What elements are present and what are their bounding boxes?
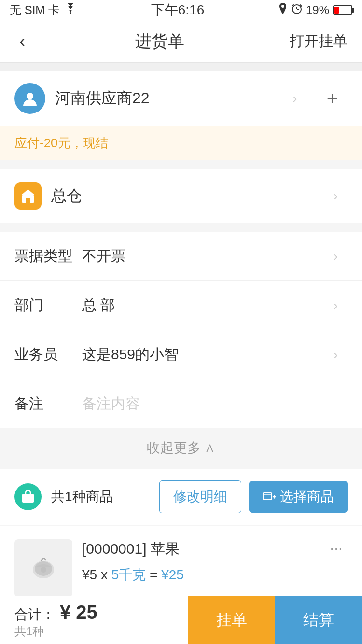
- select-product-label: 选择商品: [280, 488, 334, 506]
- select-product-button[interactable]: 选择商品: [249, 481, 348, 513]
- collapse-label: 收起更多 ∧: [147, 439, 216, 457]
- status-right: 19%: [278, 3, 352, 17]
- products-count: 共1种商品: [51, 488, 159, 506]
- page-title: 进货单: [135, 30, 184, 53]
- alarm-icon: [292, 3, 302, 17]
- battery-percent: 19%: [306, 3, 329, 17]
- products-icon: [14, 483, 42, 510]
- status-left: 无 SIM 卡: [10, 2, 77, 18]
- total-count: 共1种: [14, 624, 174, 639]
- product-id: [0000001]: [82, 541, 151, 557]
- supplier-chevron-icon: ›: [292, 91, 297, 106]
- section-divider-1: [0, 63, 362, 71]
- total-label: 合计：: [14, 605, 55, 624]
- warehouse-section: 总仓 ›: [0, 169, 362, 223]
- warehouse-name: 总仓: [51, 185, 334, 207]
- svg-marker-6: [21, 189, 35, 195]
- remark-input[interactable]: 备注内容: [82, 394, 348, 414]
- checkout-button[interactable]: 结算: [275, 596, 362, 644]
- supplier-row[interactable]: 河南供应商22 › +: [0, 71, 362, 126]
- product-name: [0000001] 苹果: [82, 539, 325, 559]
- supplier-avatar: [14, 83, 45, 114]
- add-supplier-button[interactable]: +: [317, 88, 348, 110]
- status-bar: 无 SIM 卡 下午6:16 19%: [0, 0, 362, 20]
- salesperson-value: 这是859的小智: [82, 345, 334, 364]
- svg-rect-9: [263, 493, 272, 500]
- nav-bar: ‹ 进货单 打开挂单: [0, 20, 362, 63]
- carrier-text: 无 SIM 卡: [10, 2, 60, 18]
- supplier-name: 河南供应商22: [55, 88, 292, 109]
- department-chevron-icon: ›: [334, 298, 338, 313]
- product-quantity: 5千克: [111, 567, 146, 582]
- invoice-type-row[interactable]: 票据类型 不开票 ›: [0, 232, 362, 281]
- product-info: [0000001] 苹果 ¥5 x 5千克 = ¥25: [82, 539, 325, 584]
- department-row[interactable]: 部门 总 部 ›: [0, 281, 362, 330]
- warehouse-icon: [14, 182, 42, 210]
- svg-point-15: [41, 567, 46, 573]
- bottom-bar: 合计： ¥ 25 共1种 挂单 结算: [0, 596, 362, 644]
- invoice-type-value: 不开票: [82, 246, 334, 266]
- remark-row[interactable]: 备注 备注内容: [0, 379, 362, 428]
- supplier-section: 河南供应商22 › + 应付-20元，现结: [0, 71, 362, 160]
- products-header: 共1种商品 修改明细 选择商品: [0, 469, 362, 525]
- product-total: ¥25: [161, 567, 184, 582]
- invoice-type-label: 票据类型: [14, 246, 82, 266]
- product-thumbnail: [14, 539, 72, 597]
- svg-rect-8: [22, 494, 34, 503]
- product-price: ¥5 x 5千克 = ¥25: [82, 566, 325, 584]
- department-value: 总 部: [82, 295, 334, 315]
- product-unit-price: ¥5 x: [82, 567, 111, 582]
- salesperson-chevron-icon: ›: [334, 347, 338, 363]
- bottom-total-section: 合计： ¥ 25 共1种: [0, 596, 188, 644]
- remark-label: 备注: [14, 394, 82, 414]
- salesperson-row[interactable]: 业务员 这是859的小智 ›: [0, 330, 362, 379]
- svg-rect-7: [26, 198, 30, 203]
- supplier-divider: [312, 86, 312, 111]
- wifi-icon: [64, 3, 77, 17]
- total-row: 合计： ¥ 25: [14, 602, 174, 624]
- total-amount: ¥ 25: [60, 602, 97, 623]
- form-section: 票据类型 不开票 › 部门 总 部 › 业务员 这是859的小智 › 备注 备注…: [0, 232, 362, 428]
- collapse-section[interactable]: 收起更多 ∧: [0, 428, 362, 468]
- back-button[interactable]: ‹: [14, 27, 30, 56]
- warehouse-row[interactable]: 总仓 ›: [0, 169, 362, 223]
- svg-point-4: [27, 93, 33, 99]
- svg-point-0: [70, 12, 71, 14]
- location-icon: [278, 3, 288, 17]
- salesperson-label: 业务员: [14, 345, 82, 364]
- product-more-button[interactable]: ···: [325, 539, 348, 557]
- invoice-type-chevron-icon: ›: [334, 249, 338, 264]
- department-label: 部门: [14, 295, 82, 315]
- supplier-info-banner: 应付-20元，现结: [0, 126, 362, 160]
- open-hold-button[interactable]: 打开挂单: [290, 31, 348, 51]
- product-title: 苹果: [151, 541, 180, 557]
- warehouse-chevron-icon: ›: [334, 188, 338, 204]
- hold-button[interactable]: 挂单: [188, 596, 275, 644]
- battery-icon: [333, 5, 352, 15]
- status-time: 下午6:16: [151, 1, 205, 19]
- product-equals: =: [150, 567, 161, 582]
- modify-detail-button[interactable]: 修改明细: [159, 480, 241, 513]
